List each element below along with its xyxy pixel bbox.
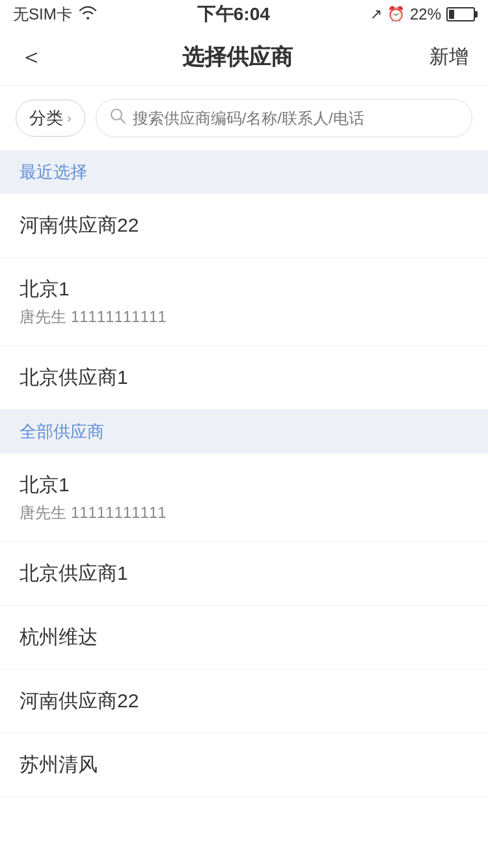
list-item[interactable]: 北京供应商1 <box>0 346 488 410</box>
category-button[interactable]: 分类 › <box>16 100 85 137</box>
battery-percent: 22% <box>410 5 441 23</box>
alarm-icon: ⏰ <box>387 6 405 23</box>
search-icon <box>109 107 126 129</box>
nav-bar: ＜ 选择供应商 新增 <box>0 29 488 86</box>
recent-section-header: 最近选择 <box>0 150 488 194</box>
item-name: 河南供应商22 <box>20 688 468 714</box>
list-item[interactable]: 北京供应商1 <box>0 542 488 606</box>
search-input[interactable] <box>133 109 459 128</box>
list-item[interactable]: 河南供应商22 <box>0 194 488 258</box>
add-button[interactable]: 新增 <box>416 44 468 70</box>
status-left: 无SIM卡 <box>13 4 97 25</box>
chevron-right-icon: › <box>67 111 72 126</box>
back-button[interactable]: ＜ <box>20 41 59 73</box>
list-item[interactable]: 北京1 唐先生 11111111111 <box>0 454 488 542</box>
wifi-icon <box>79 5 97 23</box>
item-name: 杭州维达 <box>20 624 468 651</box>
filter-bar: 分类 › <box>0 86 488 150</box>
battery-icon <box>446 7 475 21</box>
all-list: 北京1 唐先生 11111111111 北京供应商1 杭州维达 河南供应商22 … <box>0 454 488 797</box>
status-bar: 无SIM卡 下午6:04 ↗ ⏰ 22% <box>0 0 488 29</box>
all-section-header: 全部供应商 <box>0 410 488 454</box>
item-name: 河南供应商22 <box>20 212 468 239</box>
carrier-label: 无SIM卡 <box>13 4 72 25</box>
item-name: 苏州清风 <box>20 752 468 778</box>
search-box[interactable] <box>96 99 472 137</box>
item-name: 北京供应商1 <box>20 364 468 391</box>
item-sub: 唐先生 11111111111 <box>20 306 468 327</box>
item-name: 北京1 <box>20 276 468 303</box>
list-item[interactable]: 苏州清风 <box>0 733 488 797</box>
list-item[interactable]: 北京1 唐先生 11111111111 <box>0 258 488 346</box>
list-item[interactable]: 河南供应商22 <box>0 670 488 733</box>
all-section-title: 全部供应商 <box>20 422 104 441</box>
item-name: 北京1 <box>20 472 468 498</box>
item-sub: 唐先生 11111111111 <box>20 502 468 523</box>
status-time: 下午6:04 <box>197 2 270 27</box>
list-item[interactable]: 杭州维达 <box>0 606 488 670</box>
recent-list: 河南供应商22 北京1 唐先生 11111111111 北京供应商1 <box>0 194 488 410</box>
status-right: ↗ ⏰ 22% <box>370 5 475 23</box>
item-name: 北京供应商1 <box>20 560 468 587</box>
location-icon: ↗ <box>370 6 382 23</box>
svg-line-1 <box>120 118 125 123</box>
recent-section-title: 最近选择 <box>20 162 87 182</box>
page-title: 选择供应商 <box>182 42 293 72</box>
category-label: 分类 <box>29 107 63 129</box>
